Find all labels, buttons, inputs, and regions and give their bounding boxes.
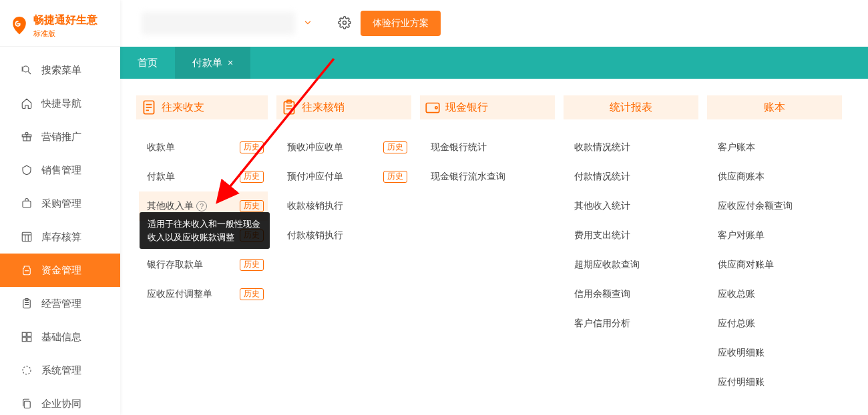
sidebar-item-circle[interactable]: 系统管理: [0, 354, 120, 387]
menu-link[interactable]: 应收应付调整单: [147, 288, 212, 300]
sidebar-item-label: 库存核算: [41, 231, 81, 244]
sidebar-item-label: 基础信息: [41, 331, 81, 344]
search-icon: [20, 63, 33, 77]
menu-link[interactable]: 供应商账本: [718, 171, 765, 183]
column-col4: 统计报表收款情况统计付款情况统计其他收入统计费用支出统计超期应收款查询信用余额查…: [561, 95, 701, 397]
menu-link[interactable]: 应付明细账: [718, 376, 765, 388]
tab-0[interactable]: 首页: [120, 47, 175, 79]
menu-link[interactable]: 收款核销执行: [287, 200, 343, 212]
menu-link[interactable]: 应收应付余额查询: [718, 200, 793, 212]
history-badge[interactable]: 历史: [240, 171, 264, 182]
history-badge[interactable]: 历史: [240, 141, 264, 153]
menu-link[interactable]: 应付总账: [718, 318, 755, 330]
history-badge[interactable]: 历史: [240, 200, 264, 212]
gear-icon[interactable]: [338, 16, 351, 31]
sidebar-item-label: 企业协同: [41, 398, 81, 410]
menu-link[interactable]: 信用余额查询: [574, 288, 630, 300]
sidebar-item-bag[interactable]: 采购管理: [0, 187, 120, 220]
list-item: 现金银行流水查询: [431, 162, 551, 191]
org-selector[interactable]: [132, 9, 322, 38]
history-badge[interactable]: 历史: [383, 141, 407, 153]
menu-link[interactable]: 现金银行统计: [431, 141, 487, 153]
svg-point-31: [435, 107, 437, 109]
menu-link[interactable]: 应收总账: [718, 288, 755, 300]
list-item: 费用支出统计: [574, 221, 694, 250]
copy-icon: [20, 397, 33, 410]
menu-link[interactable]: 其他收入单?: [147, 200, 207, 212]
cta-button[interactable]: 体验行业方案: [361, 11, 441, 36]
svg-rect-6: [22, 232, 31, 242]
menu-link[interactable]: 银行存取款单: [147, 259, 203, 271]
column-header: 统计报表: [564, 95, 698, 119]
menu-link[interactable]: 客户对账单: [718, 230, 765, 242]
menu-link[interactable]: 现金银行流水查询: [431, 171, 505, 183]
list-item: 供应商账本: [718, 162, 838, 191]
sidebar-item-clipboard[interactable]: 经营管理: [0, 287, 120, 320]
list-item: 客户账本: [718, 133, 838, 162]
jar-icon: [20, 264, 33, 277]
org-name-blurred: [142, 12, 295, 35]
help-icon[interactable]: ?: [196, 201, 207, 212]
history-badge[interactable]: 历史: [383, 171, 407, 182]
sidebar-item-badge[interactable]: 销售管理: [0, 153, 120, 187]
list-item: 其他收入统计: [574, 191, 694, 221]
sidebar-item-search[interactable]: 搜索菜单: [0, 53, 120, 87]
menu-link[interactable]: 付款单: [147, 171, 175, 183]
list-item: 收款单历史: [147, 133, 264, 162]
menu-link[interactable]: 费用支出统计: [574, 230, 630, 242]
columns-icon: [20, 230, 33, 244]
list-item: 收款核销执行: [287, 191, 407, 221]
column-title: 现金银行: [445, 101, 488, 115]
menu-link[interactable]: 付款核销执行: [287, 230, 343, 242]
doc-icon: [139, 97, 159, 117]
column-col5: 账本客户账本供应商账本应收应付余额查询客户对账单供应商对账单应收总账应付总账应收…: [704, 95, 845, 397]
menu-link[interactable]: 预收冲应收单: [287, 141, 343, 153]
history-badge[interactable]: 历史: [240, 288, 264, 300]
brand: 畅捷通好生意 标准版: [0, 0, 120, 47]
brand-edition: 标准版: [33, 29, 97, 38]
list-item: 付款核销执行: [287, 221, 407, 250]
menu-link[interactable]: 客户信用分析: [574, 318, 630, 330]
sidebar-item-jar[interactable]: 资金管理: [0, 254, 120, 287]
menu-link[interactable]: 收款情况统计: [574, 141, 630, 153]
sidebar-item-label: 采购管理: [41, 197, 81, 210]
sidebar-item-copy[interactable]: 企业协同: [0, 387, 120, 415]
menu-link[interactable]: 收款单: [147, 141, 175, 153]
history-badge[interactable]: 历史: [240, 259, 264, 270]
list-item: 预收冲应收单历史: [287, 133, 407, 162]
list-item: 客户信用分析: [574, 309, 694, 338]
bag-icon: [20, 197, 33, 210]
column-title: 统计报表: [610, 101, 652, 115]
list-item: 客户对账单: [718, 221, 838, 250]
sidebar-item-home[interactable]: 快捷导航: [0, 87, 120, 120]
sidebar-item-grid[interactable]: 基础信息: [0, 320, 120, 354]
list-item: 超期应收款查询: [574, 250, 694, 280]
menu-link[interactable]: 其他收入统计: [574, 200, 630, 212]
wallet-icon: [423, 97, 443, 117]
svg-rect-16: [27, 332, 31, 336]
sidebar-item-gift[interactable]: 营销推广: [0, 120, 120, 153]
tab-1[interactable]: 付款单×: [175, 47, 250, 79]
tab-bar: 首页付款单×: [120, 47, 868, 79]
brand-logo-icon: [9, 13, 29, 39]
brand-title: 畅捷通好生意: [33, 14, 97, 26]
sidebar-item-label: 营销推广: [41, 131, 81, 143]
home-icon: [20, 97, 33, 110]
sidebar-item-label: 快捷导航: [41, 97, 81, 110]
column-header: 账本: [707, 95, 842, 119]
menu-link[interactable]: 预付冲应付单: [287, 171, 343, 183]
menu-link[interactable]: 客户账本: [718, 141, 755, 153]
sidebar-item-label: 搜索菜单: [41, 64, 81, 77]
menu-link[interactable]: 超期应收款查询: [574, 259, 640, 271]
tab-label: 付款单: [192, 57, 222, 69]
column-header: 往来收支: [136, 95, 268, 119]
svg-rect-18: [27, 338, 31, 342]
close-icon[interactable]: ×: [228, 57, 233, 68]
sidebar-item-columns[interactable]: 库存核算: [0, 220, 120, 254]
menu-link[interactable]: 供应商对账单: [718, 259, 774, 271]
menu-link[interactable]: 应收明细账: [718, 347, 765, 359]
badge-icon: [20, 163, 33, 177]
menu-link[interactable]: 付款情况统计: [574, 171, 630, 183]
header: 体验行业方案: [120, 0, 868, 47]
column-header: 往来核销: [276, 95, 411, 119]
